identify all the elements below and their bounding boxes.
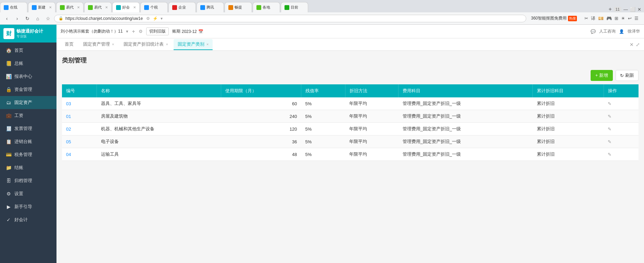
tab-close-t4[interactable]: ✕ bbox=[105, 5, 108, 9]
back-btn[interactable]: ‹ bbox=[3, 14, 11, 23]
page-tab-category[interactable]: 固定资产类别× bbox=[174, 39, 213, 50]
sidebar-item-inventory[interactable]: 📋进销台账 bbox=[0, 135, 56, 148]
username[interactable]: 徐泽华 bbox=[628, 28, 640, 34]
reload-btn[interactable]: ↻ bbox=[23, 14, 31, 23]
tab-favicon-t4 bbox=[88, 5, 93, 10]
menu-icon[interactable]: ☰ bbox=[634, 16, 639, 21]
period-label: 账期 bbox=[172, 28, 180, 34]
sidebar-item-good[interactable]: ✓好会计 bbox=[0, 213, 56, 226]
cell-1-name: 房屋及建筑物 bbox=[97, 110, 221, 123]
bookmark-btn[interactable]: ☆ bbox=[44, 14, 52, 23]
url-box[interactable]: 🔒 https://cloud.chanjet.com/accounting/u… bbox=[54, 15, 526, 22]
row-code-4[interactable]: 04 bbox=[66, 152, 71, 157]
add-btn[interactable]: + 新增 bbox=[591, 70, 613, 81]
content-area: 类别管理 + 新增 ↻ 刷新 编号名称使用期限（月）残值率折旧方法费用科目累计折… bbox=[56, 51, 644, 263]
page-tab-label-home: 首页 bbox=[65, 41, 74, 47]
sidebar-item-capital[interactable]: 🔒资金管理 bbox=[0, 83, 56, 96]
game-icon[interactable]: 🎮 bbox=[606, 16, 612, 21]
dropdown-arrow-icon[interactable]: ▾ bbox=[126, 29, 128, 34]
browser-tab-t2[interactable]: 新建✕ bbox=[28, 2, 55, 12]
tab-close-t2[interactable]: ✕ bbox=[49, 5, 52, 9]
maximize-btn[interactable]: ⬜ bbox=[630, 7, 635, 12]
browser-tab-t11[interactable]: 目前 bbox=[281, 2, 308, 12]
edit-btn-0[interactable]: ✎ bbox=[608, 101, 611, 106]
refresh-btn[interactable]: ↻ 刷新 bbox=[616, 70, 639, 81]
sidebar-label-guide: 新手引导 bbox=[14, 204, 32, 210]
edit-btn-3[interactable]: ✎ bbox=[608, 139, 611, 144]
settings-icon[interactable]: ⚙ bbox=[139, 29, 143, 34]
page-tab-close-depreciation[interactable]: × bbox=[166, 42, 168, 46]
calendar-icon[interactable]: 📅 bbox=[198, 29, 203, 34]
sun-icon[interactable]: ☀ bbox=[621, 16, 625, 21]
tab-close-t3[interactable]: ✕ bbox=[77, 5, 80, 9]
cut-icon[interactable]: ✂ bbox=[584, 16, 588, 21]
grid-icon[interactable]: ⊞ bbox=[615, 16, 618, 21]
browser-tab-t8[interactable]: 腾讯 bbox=[197, 2, 224, 12]
sidebar-item-home[interactable]: 🏠首页 bbox=[0, 44, 56, 57]
sidebar-item-fixed-asset[interactable]: 🗂固定资产 bbox=[0, 96, 56, 109]
tab-close-t5[interactable]: ✕ bbox=[133, 5, 136, 9]
edit-btn-2[interactable]: ✎ bbox=[608, 127, 611, 132]
close-btn[interactable]: ✕ bbox=[637, 7, 641, 12]
sidebar-item-invoice[interactable]: 🧾发票管理 bbox=[0, 122, 56, 135]
new-tab-btn[interactable]: + bbox=[608, 6, 611, 12]
sidebar-item-payroll[interactable]: 💼工资 bbox=[0, 109, 56, 122]
browser-tab-t10[interactable]: 各地 bbox=[253, 2, 280, 12]
page-tab-home[interactable]: 首页 bbox=[61, 39, 78, 50]
cell-3-accum: 累计折旧 bbox=[533, 135, 604, 148]
translate-icon[interactable]: 译 bbox=[591, 15, 595, 22]
home-nav-btn[interactable]: ⌂ bbox=[34, 14, 42, 23]
sidebar-item-report[interactable]: 📊报表中心 bbox=[0, 70, 56, 83]
add-account-icon[interactable]: + bbox=[132, 28, 135, 35]
table-header: 编号名称使用期限（月）残值率折旧方法费用科目累计折旧科目操作 bbox=[62, 84, 639, 97]
forward-btn[interactable]: › bbox=[13, 14, 21, 23]
minimize-btn[interactable]: — bbox=[623, 7, 628, 12]
edit-btn-1[interactable]: ✎ bbox=[608, 114, 611, 119]
browser-tab-t5[interactable]: 好会✕ bbox=[112, 2, 140, 12]
sidebar-item-guide[interactable]: ▶新手引导 bbox=[0, 200, 56, 213]
row-code-0[interactable]: 03 bbox=[66, 101, 71, 106]
tab-label-t3: 易代 bbox=[66, 5, 74, 10]
edit-btn-4[interactable]: ✎ bbox=[608, 152, 611, 157]
sidebar-item-ledger[interactable]: 📒总账 bbox=[0, 57, 56, 70]
cell-4-method: 年限平均 bbox=[345, 148, 398, 161]
cell-1-op: ✎ bbox=[604, 110, 639, 123]
undo-icon[interactable]: ↩ bbox=[628, 16, 632, 21]
browser-tab-t6[interactable]: 个税 bbox=[140, 2, 168, 12]
row-code-3[interactable]: 05 bbox=[66, 139, 71, 144]
page-tab-depreciation[interactable]: 固定资产折旧统计表× bbox=[119, 39, 172, 50]
consultant-label[interactable]: 人工咨询 bbox=[599, 28, 616, 34]
browser-tab-t9[interactable]: 畅提 bbox=[225, 2, 252, 12]
sidebar-icon-invoice: 🧾 bbox=[5, 125, 12, 132]
sidebar-item-settlement[interactable]: 📁结账 bbox=[0, 161, 56, 174]
switch-version-btn[interactable]: 切到旧版 bbox=[146, 27, 169, 35]
sidebar-icon-home: 🏠 bbox=[5, 47, 12, 53]
url-dropdown-icon[interactable]: ▾ bbox=[161, 16, 163, 21]
sidebar-item-settings[interactable]: ⚙设置 bbox=[0, 187, 56, 200]
tab-favicon-t10 bbox=[256, 5, 261, 10]
expand-panel-icon[interactable]: ⤢ bbox=[636, 42, 640, 47]
sidebar-icon-capital: 🔒 bbox=[5, 86, 12, 93]
sidebar-item-archive[interactable]: 🗄归档管理 bbox=[0, 174, 56, 187]
row-code-1[interactable]: 01 bbox=[66, 114, 71, 119]
close-panel-icon[interactable]: ✕ bbox=[630, 42, 634, 47]
header-period: 账期 2023-12 📅 bbox=[172, 28, 203, 34]
sidebar-item-tax[interactable]: 💳税务管理 bbox=[0, 148, 56, 161]
cell-1-code: 01 bbox=[62, 110, 97, 123]
wallet-icon[interactable]: 💴 bbox=[598, 16, 604, 21]
page-tab-close-fixed-mgmt[interactable]: × bbox=[112, 42, 114, 46]
refresh-icon: ↻ bbox=[620, 73, 624, 78]
browser-tab-t1[interactable]: 在线 bbox=[0, 2, 27, 12]
sidebar-icon-good: ✓ bbox=[5, 217, 12, 223]
page-tab-close-category[interactable]: × bbox=[206, 42, 209, 46]
browser-tab-t4[interactable]: 易代✕ bbox=[84, 2, 112, 12]
ssl-icon: 🔒 bbox=[59, 16, 63, 21]
browser-tab-t3[interactable]: 易代✕ bbox=[56, 2, 84, 12]
tab-label-t4: 易代 bbox=[94, 5, 102, 10]
page-tab-fixed-mgmt[interactable]: 固定资产管理× bbox=[79, 39, 118, 50]
row-code-2[interactable]: 02 bbox=[66, 127, 71, 132]
tab-favicon-t3 bbox=[60, 5, 65, 10]
sidebar-icon-tax: 💳 bbox=[5, 152, 12, 158]
browser-tab-t7[interactable]: 企业 bbox=[168, 2, 196, 12]
sidebar-logo: 财 畅捷通好会计 专业版 bbox=[0, 25, 56, 43]
